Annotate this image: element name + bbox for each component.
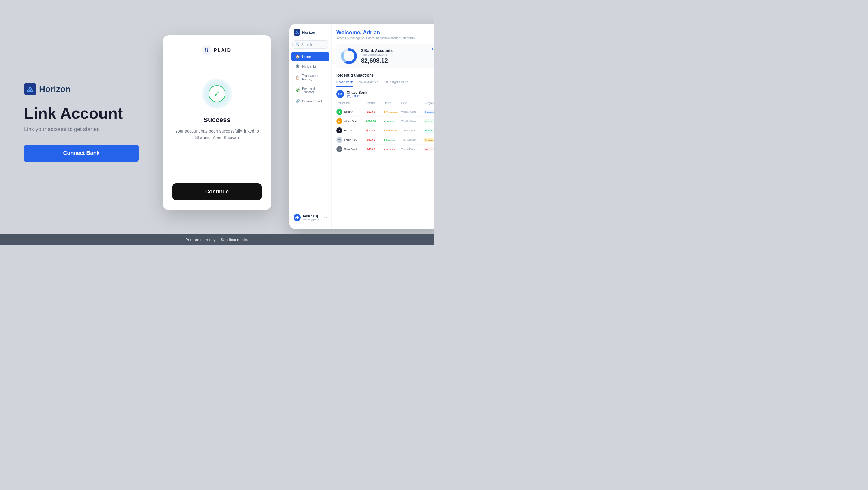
- col-category: Category: [424, 101, 434, 104]
- user-email: adrian@jsmastery.pro: [303, 218, 322, 221]
- table-row: F Figma -$18.99 Processing Tue 6:10pm In…: [336, 126, 434, 135]
- success-description: Your account has been successfully linke…: [175, 128, 259, 141]
- tab-chase-bank[interactable]: Chase Bank: [336, 81, 352, 87]
- user-avatar: AH: [293, 214, 301, 221]
- sidebar-item-my-banks-label: My Banks: [302, 64, 316, 68]
- tx-status: Declined: [384, 148, 401, 151]
- add-bank-button[interactable]: + Add: [429, 48, 434, 51]
- tx-date: Wed 2:45am: [401, 120, 424, 123]
- bank-count: 2 Bank Accounts: [361, 48, 434, 53]
- table-row: FV Fresh F&V -$88.00 Success Tue 12:15pm…: [336, 135, 434, 145]
- svg-rect-7: [207, 50, 208, 52]
- checkmark-icon: ✓: [214, 90, 220, 98]
- success-icon: ✓: [202, 79, 232, 109]
- tx-date: Tue 12:15pm: [401, 138, 424, 141]
- bank-name: Chase Bank: [347, 90, 367, 95]
- transactions-table: Transaction Amount Status Date Category …: [336, 100, 434, 154]
- bank-detail: Chase Bank $2,588.12: [347, 90, 367, 98]
- tx-name: Alexa Doe: [344, 120, 357, 123]
- tx-amount: -$15.00: [366, 110, 384, 113]
- tx-date: Wed 1:00pm: [401, 110, 424, 113]
- user-info: Adrian Hajdin adrian@jsmastery.pro: [303, 215, 322, 221]
- svg-rect-6: [205, 50, 207, 52]
- tx-category: Groceries: [424, 138, 434, 142]
- plaid-logo-icon: [203, 46, 211, 55]
- tx-date: Tue 6:10pm: [401, 129, 424, 132]
- sidebar-item-connect-bank[interactable]: 🔗 Connect Bank: [291, 97, 330, 106]
- sidebar-item-home-label: Home: [302, 55, 311, 58]
- left-logo: Horizon: [24, 83, 141, 95]
- col-status: Status: [384, 101, 401, 104]
- sidebar-item-payment-transfer-label: Payment Transfer: [302, 87, 325, 94]
- tab-bank-of-america[interactable]: Bank of America: [356, 81, 378, 85]
- sidebar-item-connect-bank-label: Connect Bank: [302, 99, 323, 103]
- sidebar-item-home[interactable]: 🏠 Home: [291, 52, 330, 61]
- sidebar-item-transaction-history-label: Transaction History: [302, 74, 325, 81]
- bank-icon: 🏦: [296, 64, 300, 68]
- sidebar-logo-icon: [293, 29, 300, 36]
- table-header: Transaction Amount Status Date Category: [336, 100, 434, 106]
- tx-amount: -$18.99: [366, 129, 384, 132]
- balance-card: 2 Bank Accounts Total Current Balance $2…: [336, 44, 434, 68]
- footer-bar: You are currently in Sandbox mode.: [0, 234, 434, 245]
- welcome-subtitle: Access & manage your account and transac…: [336, 36, 434, 40]
- welcome-name: Adrian: [363, 30, 380, 36]
- col-amount: Amount: [366, 101, 384, 104]
- tx-status: Processing: [384, 129, 401, 132]
- user-name: Adrian Hajdin: [303, 215, 322, 218]
- dashboard-inner: Horizon 🔍 Search 🏠 Home 🏦 My Banks 📋 Tra…: [289, 24, 434, 229]
- tx-amount: -$88.00: [366, 138, 384, 141]
- tx-name: Sam Sulek: [344, 148, 358, 151]
- tx-avatar: SS: [336, 146, 342, 152]
- modal-logo-text: PLAID: [214, 48, 231, 53]
- tab-first-platypus[interactable]: First Platypus Bank: [382, 81, 408, 85]
- sidebar-item-my-banks[interactable]: 🏦 My Banks: [291, 62, 330, 71]
- transfer-icon: 💸: [296, 88, 300, 92]
- footer-text: You are currently in Sandbox mode.: [186, 238, 248, 242]
- col-transaction: Transaction: [336, 101, 366, 104]
- plaid-modal: PLAID ✓ Success Your account has been su…: [163, 35, 271, 210]
- svg-rect-5: [207, 48, 208, 50]
- left-title: Link Account: [24, 105, 141, 122]
- logout-icon[interactable]: ↪: [324, 216, 327, 220]
- recent-transactions-title: Recent transactions: [336, 73, 434, 78]
- bank-balance: $2,588.12: [347, 95, 367, 98]
- history-icon: 📋: [296, 75, 300, 80]
- bank-tabs: Chase Bank Bank of America First Platypu…: [336, 81, 434, 87]
- table-row: SS Sam Sulek -$40.20 Declined Tue 5:40am…: [336, 145, 434, 154]
- search-placeholder: Search: [301, 43, 312, 47]
- balance-amount: $2,698.12: [361, 57, 434, 64]
- dashboard-main: Welcome, Adrian Access & manage your acc…: [332, 24, 434, 229]
- sidebar-item-payment-transfer[interactable]: 💸 Payment Transfer: [291, 84, 330, 96]
- balance-label: Total Current Balance: [361, 53, 434, 56]
- sidebar: Horizon 🔍 Search 🏠 Home 🏦 My Banks 📋 Tra…: [289, 24, 332, 229]
- welcome-prefix: Welcome,: [336, 30, 363, 36]
- success-title: Success: [204, 116, 230, 124]
- tx-avatar: AD: [336, 118, 342, 124]
- welcome-row: Welcome, Adrian Access & manage your acc…: [336, 30, 434, 40]
- continue-button[interactable]: Continue: [173, 183, 261, 201]
- svg-rect-4: [205, 48, 207, 50]
- active-bank-row: CB Chase Bank $2,588.12: [336, 90, 434, 98]
- tx-amount: -$40.20: [366, 148, 384, 151]
- tx-category: Food: [424, 147, 434, 151]
- sidebar-search[interactable]: 🔍 Search: [292, 40, 328, 49]
- tx-status: Processing: [384, 111, 401, 113]
- tx-avatar: S: [336, 109, 342, 115]
- tx-category: Deposit: [424, 119, 434, 123]
- left-panel: Horizon Link Account Link your account t…: [0, 0, 165, 245]
- table-row: AD Alexa Doe +$88.00 Success Wed 2:45am …: [336, 117, 434, 126]
- tx-avatar: F: [336, 127, 342, 133]
- sidebar-logo-text: Horizon: [302, 30, 316, 35]
- home-icon: 🏠: [296, 55, 300, 59]
- horizon-logo-icon: [24, 83, 36, 95]
- tx-category: Income: [424, 129, 434, 132]
- connect-bank-button[interactable]: Connect Bank: [24, 145, 138, 162]
- tx-date: Tue 5:40am: [401, 148, 424, 151]
- left-subtitle: Link your account to get started: [24, 126, 141, 132]
- sidebar-item-transaction-history[interactable]: 📋 Transaction History: [291, 71, 330, 84]
- tx-name: Figma: [344, 129, 352, 132]
- tx-status: Success: [384, 120, 401, 123]
- sidebar-user: AH Adrian Hajdin adrian@jsmastery.pro ↪: [289, 211, 331, 224]
- welcome-title: Welcome, Adrian: [336, 30, 434, 36]
